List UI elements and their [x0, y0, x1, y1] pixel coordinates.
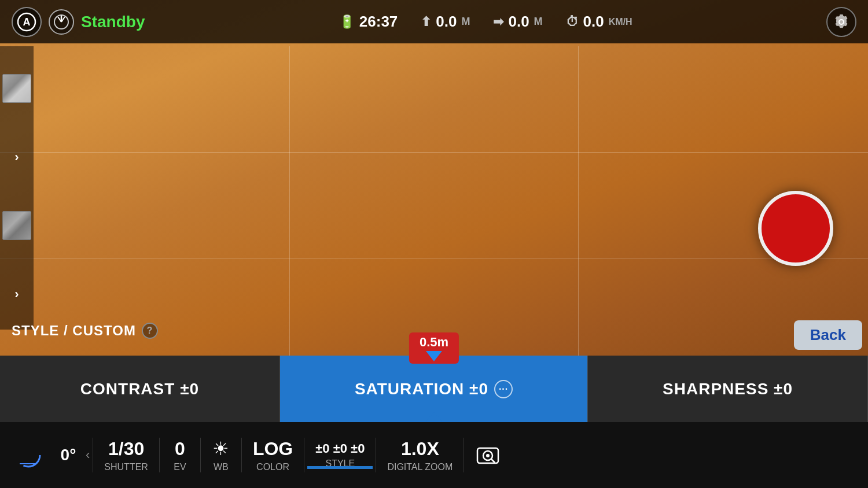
- speed-stat: ⏱ 0.0 KM/H: [566, 13, 632, 31]
- shutter-control[interactable]: 1/30 SHUTTER: [96, 438, 156, 472]
- standby-label: Standby: [81, 13, 145, 31]
- divider-1: [93, 438, 93, 472]
- expand-thumbnails-icon-2[interactable]: ›: [14, 287, 19, 302]
- bottom-bar: 0° ‹ 1/30 SHUTTER 0 EV ☀ WB LOG COLOR ±0…: [0, 422, 868, 488]
- distance-forward-icon: ➡: [493, 14, 503, 29]
- svg-point-10: [486, 454, 490, 457]
- style-custom-label: STYLE / CUSTOM ?: [0, 323, 170, 339]
- contrast-setting[interactable]: CONTRAST ±0: [0, 356, 280, 422]
- divider-2: [159, 438, 160, 472]
- battery-icon: 🔋: [339, 14, 355, 29]
- standby-icon: [49, 9, 74, 35]
- speed-icon: ⏱: [566, 14, 579, 29]
- style-control[interactable]: ±0 ±0 ±0 STYLE: [307, 441, 373, 469]
- distance-arrow-icon: [426, 351, 442, 361]
- top-bar: A Standby 🔋 26:37 ⬆ 0.0 M ➡ 0.0 M: [0, 0, 868, 43]
- speed-unit: KM/H: [609, 17, 632, 27]
- svg-text:A: A: [23, 16, 31, 28]
- grid-overlay: [0, 46, 868, 364]
- thumbnail-bottom[interactable]: [2, 211, 31, 240]
- divider-5: [304, 438, 304, 472]
- distance-value: 0.5m: [420, 335, 448, 350]
- sharpness-setting[interactable]: SHARPNESS ±0: [588, 356, 868, 422]
- altitude-up-stat: ⬆ 0.0 M: [421, 13, 470, 31]
- altitude-up-icon: ⬆: [421, 14, 431, 29]
- ev-control[interactable]: 0 EV: [163, 438, 197, 472]
- camera-search-button[interactable]: [467, 442, 509, 468]
- speed-value: 0.0: [583, 13, 604, 31]
- viewfinder: [0, 0, 868, 364]
- battery-stat: 🔋 26:37: [339, 13, 398, 31]
- record-button[interactable]: [758, 191, 833, 266]
- divider-3: [200, 438, 201, 472]
- distance-forward-value: 0.0: [508, 13, 529, 31]
- settings-button[interactable]: [826, 7, 856, 37]
- distance-forward-stat: ➡ 0.0 M: [493, 13, 542, 31]
- active-indicator-arrow: [425, 412, 443, 423]
- battery-value: 26:37: [359, 13, 398, 31]
- wb-control[interactable]: ☀ WB: [204, 438, 238, 472]
- angle-value: 0°: [51, 446, 86, 464]
- logo-area: A Standby: [12, 7, 145, 37]
- style-active-indicator: [307, 466, 373, 469]
- altitude-up-unit: M: [461, 16, 470, 28]
- more-options-icon[interactable]: ···: [494, 380, 513, 398]
- wb-sun-icon: ☀: [212, 438, 229, 460]
- distance-badge: 0.5m: [409, 332, 459, 364]
- distance-forward-unit: M: [534, 16, 543, 28]
- settings-panel: CONTRAST ±0 SATURATION ±0 ··· SHARPNESS …: [0, 356, 868, 422]
- log-color-control[interactable]: LOG COLOR: [245, 438, 301, 472]
- back-button[interactable]: Back: [794, 320, 862, 350]
- chevron-left-icon[interactable]: ‹: [86, 448, 90, 463]
- top-bar-stats: 🔋 26:37 ⬆ 0.0 M ➡ 0.0 M ⏱ 0.0 KM/H: [145, 13, 826, 31]
- app-logo: A: [12, 7, 42, 37]
- thumbnail-strip: › ›: [0, 46, 34, 330]
- help-icon[interactable]: ?: [142, 323, 158, 339]
- expand-thumbnails-icon[interactable]: ›: [14, 150, 19, 165]
- svg-line-11: [491, 459, 495, 463]
- digital-zoom-control[interactable]: 1.0X DIGITAL ZOOM: [379, 438, 461, 472]
- divider-7: [464, 438, 464, 472]
- divider-4: [241, 438, 242, 472]
- angle-wheel[interactable]: [6, 441, 51, 469]
- saturation-setting[interactable]: SATURATION ±0 ···: [280, 356, 588, 422]
- divider-6: [376, 438, 376, 472]
- thumbnail-top[interactable]: [2, 74, 31, 103]
- altitude-up-value: 0.0: [436, 13, 457, 31]
